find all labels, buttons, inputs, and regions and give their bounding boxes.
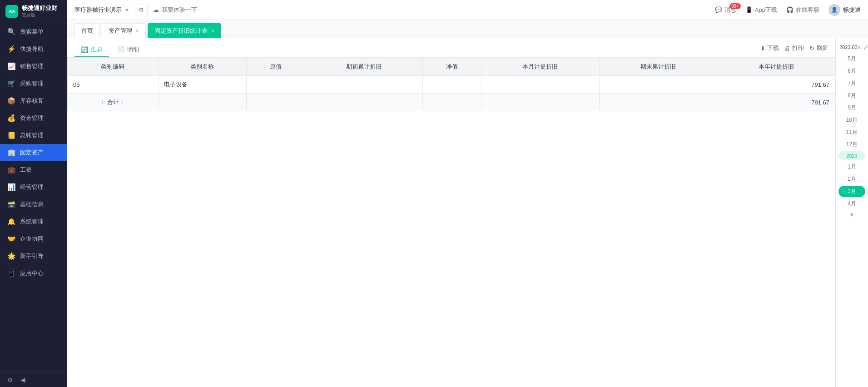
close-tab-depreciation[interactable]: ×	[211, 28, 214, 34]
company-selector[interactable]: 医疗器械行业演示 ▼	[74, 6, 129, 14]
sidebar-item-quick-nav[interactable]: ⚡ 快捷导航	[0, 40, 67, 58]
app-center-icon: 📱	[7, 269, 15, 278]
sidebar-item-label: 固定资产	[20, 149, 44, 157]
tab-asset-mgmt[interactable]: 资产管理 ×	[102, 23, 146, 38]
subtab-detail[interactable]: 📄 明细	[111, 43, 145, 57]
inventory-icon: 📦	[7, 97, 15, 105]
sidebar-item-search[interactable]: 🔍 搜索菜单	[0, 23, 67, 40]
finance-icon: 💰	[7, 114, 15, 122]
month-item-dec[interactable]: 12月	[836, 139, 868, 151]
logo-icon: AtA	[5, 5, 18, 18]
sidebar-item-guide[interactable]: 🌟 新手引导	[0, 248, 67, 265]
sidebar-item-label: 快捷导航	[20, 45, 44, 53]
sidebar-nav: 🔍 搜索菜单 ⚡ 快捷导航 📈 销售管理 🛒 采购管理 📦 库存核算 💰 资金管…	[0, 23, 67, 372]
close-panel-button[interactable]: ×	[858, 44, 861, 51]
month-item-apr[interactable]: 4月	[836, 198, 868, 210]
sidebar-item-purchase[interactable]: 🛒 采购管理	[0, 75, 67, 92]
sidebar-header: AtA 畅捷通好业财 普及版	[0, 0, 67, 23]
sidebar-item-finance[interactable]: 💰 资金管理	[0, 109, 67, 127]
panel-nav-down[interactable]: ▼	[836, 210, 868, 220]
subtab-detail-label: 明细	[127, 45, 139, 54]
month-item-aug[interactable]: 8月	[836, 89, 868, 102]
month-item-nov[interactable]: 11月	[836, 126, 868, 139]
cell-total-net-value	[423, 94, 481, 111]
sidebar-item-operations[interactable]: 📊 经营管理	[0, 179, 67, 196]
sidebar-item-label: 新手引导	[20, 252, 44, 260]
sidebar-item-inventory[interactable]: 📦 库存核算	[0, 92, 67, 109]
month-item-jul[interactable]: 7月	[836, 77, 868, 89]
system-icon: 🔔	[7, 218, 15, 226]
sidebar-item-fixed-assets[interactable]: 🏢 固定资产	[0, 144, 67, 161]
download-icon: 📱	[745, 6, 753, 13]
experience-icon: ☁	[153, 6, 159, 13]
experience-button[interactable]: ☁ 我要体验一下	[153, 6, 197, 14]
cell-total-beginning-depreciation	[305, 94, 423, 111]
month-item-jan[interactable]: 1月	[836, 161, 868, 173]
sidebar-item-enterprise[interactable]: 🤝 企业协同	[0, 230, 67, 248]
main-area: 医疗器械行业演示 ▼ ⚙ ☁ 我要体验一下 💬 消息 99+ 📱 App下载 🎧…	[67, 0, 868, 387]
collapse-icon[interactable]: ◀	[20, 376, 25, 383]
cell-net-value	[423, 76, 481, 94]
sum-icon: +	[100, 99, 104, 105]
sidebar-item-basic-info[interactable]: 🗃️ 基础信息	[0, 196, 67, 213]
month-item-mar[interactable]: 3月	[838, 186, 865, 197]
app-download-button[interactable]: 📱 App下载	[745, 6, 777, 14]
cell-monthly-depreciation	[481, 76, 599, 94]
print-button[interactable]: 🖨 打印	[784, 44, 804, 52]
year-period-label: 2023.03	[839, 45, 858, 50]
download-button[interactable]: ⬇ 下载	[760, 44, 779, 52]
cell-original-value	[246, 76, 305, 94]
tabbar: 首页 资产管理 × 固定资产折旧统计表 ×	[67, 20, 868, 38]
user-menu[interactable]: 👤 畅捷通	[828, 4, 861, 16]
close-tab-asset-mgmt[interactable]: ×	[136, 28, 139, 34]
month-item-sep[interactable]: 9月	[836, 102, 868, 114]
sidebar-item-sales[interactable]: 📈 销售管理	[0, 58, 67, 75]
subtab-summary-label: 汇总	[91, 45, 103, 54]
sidebar-item-label: 库存核算	[20, 97, 44, 105]
sidebar-item-label: 企业协同	[20, 235, 44, 243]
subtab-summary[interactable]: 🔄 汇总	[74, 43, 109, 57]
message-button[interactable]: 💬 消息 99+	[715, 6, 736, 14]
sidebar: AtA 畅捷通好业财 普及版 🔍 搜索菜单 ⚡ 快捷导航 📈 销售管理 🛒 采购…	[0, 0, 67, 387]
sidebar-bottom: ⚙ ◀	[0, 372, 67, 387]
sidebar-item-label: 应用中心	[20, 269, 44, 278]
sidebar-item-app-center[interactable]: 📱 应用中心	[0, 265, 67, 282]
cell-total-monthly-depreciation	[481, 94, 599, 111]
cell-total-annual-depreciation: 791.67	[717, 94, 835, 111]
sidebar-item-label: 搜索菜单	[20, 28, 44, 36]
sidebar-item-ledger[interactable]: 📒 总账管理	[0, 127, 67, 144]
tab-home[interactable]: 首页	[74, 23, 100, 38]
col-ending-depreciation: 期末累计折旧	[599, 58, 717, 76]
tab-depreciation-label: 固定资产折旧统计表	[154, 27, 208, 35]
message-badge: 99+	[729, 3, 741, 9]
sidebar-item-system[interactable]: 🔔 系统管理	[0, 213, 67, 230]
col-code: 类别编码	[68, 58, 159, 76]
sidebar-item-label: 采购管理	[20, 79, 44, 88]
tab-home-label: 首页	[81, 27, 93, 35]
table-header-row: 类别编码 类别名称 原值 期初累计折旧 净值 本月计提折旧 期末累计折旧 本年计…	[68, 58, 835, 76]
cell-code: 05	[68, 76, 159, 94]
tab-depreciation[interactable]: 固定资产折旧统计表 ×	[148, 23, 221, 38]
month-item-jun[interactable]: 6月	[836, 65, 868, 77]
month-item-feb[interactable]: 2月	[836, 173, 868, 185]
date-panel: 2023.03 × ⤢ 5月 6月 7月 8月 9月 10月 11月 12月 2…	[835, 38, 868, 387]
sidebar-item-label: 资金管理	[20, 114, 44, 122]
month-item-oct[interactable]: 10月	[836, 114, 868, 126]
online-service-button[interactable]: 🎧 在线客服	[786, 6, 819, 14]
sidebar-item-label: 工资	[20, 166, 32, 174]
content-area: 🔄 汇总 📄 明细 ⬇ 下载 🖨 打印	[67, 38, 835, 387]
experience-label: 我要体验一下	[162, 6, 197, 14]
sidebar-item-payroll[interactable]: 💼 工资	[0, 161, 67, 179]
username: 畅捷通	[843, 6, 861, 14]
table-container: 类别编码 类别名称 原值 期初累计折旧 净值 本月计提折旧 期末累计折旧 本年计…	[67, 58, 835, 387]
search-icon: 🔍	[7, 28, 15, 36]
company-settings-button[interactable]: ⚙	[135, 4, 148, 16]
refresh-button[interactable]: ↻ 刷新	[809, 44, 828, 52]
gear-icon: ⚙	[139, 6, 144, 13]
month-item-may[interactable]: 5月	[836, 53, 868, 65]
col-annual-depreciation: 本年计提折旧	[717, 58, 835, 76]
depreciation-table: 类别编码 类别名称 原值 期初累计折旧 净值 本月计提折旧 期末累计折旧 本年计…	[67, 58, 835, 111]
expand-panel-button[interactable]: ⤢	[863, 44, 868, 51]
settings-icon[interactable]: ⚙	[7, 376, 13, 383]
guide-icon: 🌟	[7, 252, 15, 260]
